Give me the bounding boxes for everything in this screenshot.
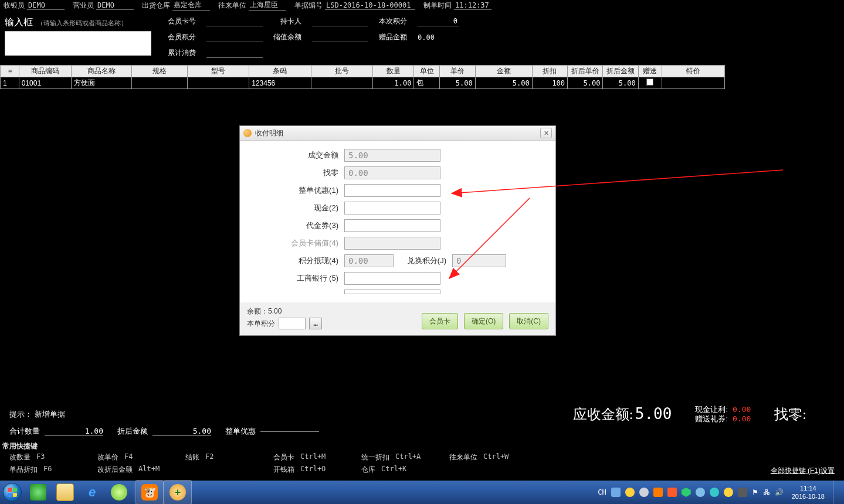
settings-icon[interactable] — [639, 488, 649, 497]
col-amount[interactable]: 金额 — [475, 66, 532, 77]
icbc-label: 工商银行 (5) — [250, 273, 338, 284]
col-model[interactable]: 型号 — [187, 66, 249, 77]
network-icon[interactable]: 🖧 — [763, 488, 770, 496]
tray-time: 11:14 — [792, 484, 825, 492]
tray-icon-1[interactable] — [653, 488, 663, 497]
tray-date: 2016-10-18 — [792, 492, 825, 500]
member-balance-value — [312, 33, 368, 42]
deal-amount-label: 成交金额 — [250, 150, 338, 161]
member-this-points-value: 0 — [418, 17, 459, 26]
taskbar-app-secondary[interactable]: + — [164, 480, 192, 504]
shortcut-item — [185, 465, 273, 475]
taskbar-app-pos-active[interactable]: 🐮 — [135, 480, 164, 504]
tray-icon-3[interactable] — [696, 488, 705, 497]
this-points-input[interactable] — [279, 318, 306, 329]
cell-amount: 5.00 — [475, 77, 532, 89]
col-gift[interactable]: 赠送 — [638, 66, 662, 77]
tray-icon-4[interactable] — [710, 488, 719, 497]
sales-value: DEMO — [96, 1, 134, 10]
cell-unit: 包 — [414, 77, 440, 89]
points-lookup-button[interactable]: … — [309, 318, 322, 329]
this-points-label: 本单积分 — [247, 318, 275, 329]
bottom-summary: 提示： 新增单据 应收金额: 5.00 现金让利:0.00 赠送礼券:0.00 … — [0, 404, 844, 478]
input-zone: 输入框 （请输入条形码或者商品名称） 会员卡号 持卡人 本次积分0 会员积分 储… — [0, 11, 844, 62]
cash-input[interactable] — [344, 202, 440, 214]
whole-discount-input[interactable] — [344, 184, 440, 197]
member-gift-value: 0.00 — [418, 33, 459, 42]
product-grid: ≡ 商品编码 商品名称 规格 型号 条码 批号 数量 单位 单价 金额 折扣 折… — [0, 65, 844, 89]
all-shortcuts-link[interactable]: 全部快捷键 (F1)设置 — [771, 466, 835, 476]
member-holder-label: 持卡人 — [273, 16, 301, 26]
gift-coupon-label: 赠送礼券: — [695, 414, 728, 424]
total-qty-value: 1.00 — [45, 427, 103, 436]
after-disc-value: 5.00 — [152, 427, 211, 436]
change-amount-label: 找零 — [250, 168, 338, 178]
ime-indicator[interactable]: CH — [598, 488, 606, 496]
tray-icon-2[interactable] — [667, 488, 677, 497]
cancel-button[interactable]: 取消(C) — [509, 313, 548, 329]
cell-damt: 5.00 — [603, 77, 638, 89]
tray-icon-5[interactable] — [724, 488, 733, 497]
col-spec[interactable]: 规格 — [131, 66, 187, 77]
col-price[interactable]: 单价 — [440, 66, 475, 77]
icbc-input[interactable] — [344, 272, 440, 285]
member-total-spend-label: 累计消费 — [168, 48, 196, 58]
receivable-label: 应收金额: — [573, 407, 633, 422]
tray-icon-6[interactable] — [738, 488, 747, 497]
start-button[interactable] — [0, 481, 25, 504]
deal-amount-input — [344, 149, 440, 162]
member-points-value — [206, 33, 263, 42]
modal-close-button[interactable]: ✕ — [540, 128, 552, 138]
whole-disc-label: 整单优惠 — [225, 426, 256, 437]
ok-button[interactable]: 确定(O) — [464, 313, 503, 329]
col-disc[interactable]: 折扣 — [532, 66, 567, 77]
show-desktop-button[interactable] — [833, 481, 840, 504]
redeem-points-input — [452, 254, 506, 267]
flag-icon[interactable]: ⚑ — [752, 488, 758, 496]
cell-gift[interactable] — [638, 77, 662, 89]
time-label: 制单时间 — [423, 1, 452, 11]
col-unit[interactable]: 单位 — [414, 66, 440, 77]
barcode-input[interactable] — [5, 31, 151, 56]
shortcut-item: 单品折扣F6 — [9, 465, 97, 475]
col-damt[interactable]: 折后金额 — [603, 66, 638, 77]
col-name[interactable]: 商品名称 — [71, 66, 131, 77]
member-card-label: 会员卡号 — [168, 16, 196, 26]
col-row[interactable]: ≡ — [1, 66, 19, 77]
shortcut-item: 结账F2 — [185, 452, 273, 462]
sales-label: 营业员 — [73, 1, 94, 11]
member-card-button[interactable]: 会员卡 — [422, 313, 458, 329]
table-row[interactable]: 1 01001 方便面 123456 1.00 包 5.00 5.00 100 … — [1, 77, 725, 89]
taskbar-app-ie[interactable]: e — [79, 481, 106, 504]
gift-coupon-value: 0.00 — [733, 414, 751, 424]
col-dprice[interactable]: 折后单价 — [568, 66, 603, 77]
tray-clock[interactable]: 11:14 2016-10-18 — [788, 484, 828, 500]
shortcut-item: 改折后金额Alt+M — [97, 465, 185, 475]
keyboard-icon[interactable] — [611, 488, 621, 497]
modal-title: 收付明细 — [255, 128, 283, 138]
help-icon[interactable] — [625, 488, 635, 497]
member-card-value[interactable] — [206, 17, 263, 26]
payment-modal: 收付明细 ✕ 成交金额 找零 整单优惠(1) 现金(2) 代金券(3) 会员卡储… — [239, 125, 556, 336]
volume-icon[interactable]: 🔊 — [775, 488, 784, 496]
cash-label: 现金(2) — [250, 203, 338, 213]
taskbar-app-360safe[interactable] — [106, 481, 133, 504]
modal-icon — [243, 129, 252, 137]
shield-icon[interactable] — [682, 488, 691, 497]
col-qty[interactable]: 数量 — [372, 66, 414, 77]
voucher-input[interactable] — [344, 219, 440, 232]
cashier-label: 收银员 — [4, 1, 25, 11]
shortcut-item: 改单价F4 — [97, 452, 185, 462]
taskbar-app-explorer[interactable] — [52, 481, 79, 504]
taskbar-app-browser360[interactable] — [25, 481, 52, 504]
points-cash-label: 积分抵现(4) — [250, 256, 338, 266]
col-special[interactable]: 特价 — [662, 66, 724, 77]
col-barcode[interactable]: 条码 — [249, 66, 311, 77]
top-info-bar: 收银员DEMO 营业员DEMO 出货仓库嘉定仓库 往来单位上海屋臣 单据编号LS… — [0, 0, 844, 11]
store-value-input — [344, 237, 440, 250]
col-batch[interactable]: 批号 — [311, 66, 372, 77]
col-code[interactable]: 商品编码 — [19, 66, 71, 77]
windows-orb-icon — [3, 483, 22, 502]
cell-special — [662, 77, 724, 89]
shortcut-item: 改数量F3 — [9, 452, 97, 462]
